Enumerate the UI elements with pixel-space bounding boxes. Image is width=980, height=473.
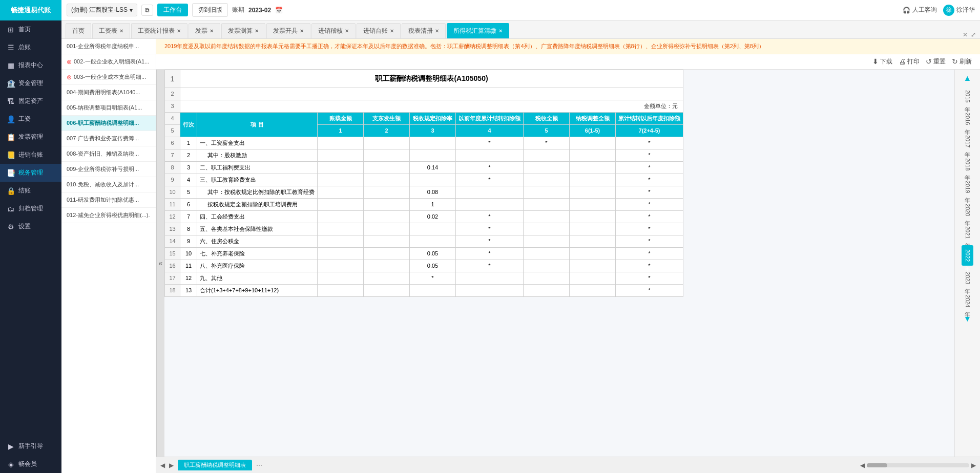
- close-icon[interactable]: ✕: [119, 28, 123, 34]
- tab-invoice-calc[interactable]: 发票测算 ✕: [221, 23, 265, 38]
- tab-invoice[interactable]: 发票 ✕: [189, 23, 220, 38]
- cell-c2[interactable]: [364, 149, 410, 161]
- sheet-tab-active[interactable]: 职工薪酬纳税调整明细表: [178, 460, 252, 470]
- cell-c1[interactable]: [318, 260, 364, 272]
- cell-c5[interactable]: [524, 235, 570, 247]
- sidebar-item-report[interactable]: ▦ 报表中心: [0, 56, 61, 74]
- hscroll-right-btn[interactable]: ▶: [971, 462, 976, 469]
- copy-btn[interactable]: ⧉: [141, 5, 153, 16]
- service-btn[interactable]: 🎧 人工客询: [903, 6, 937, 14]
- form-item-009[interactable]: 009-企业所得税弥补亏损明...: [61, 162, 156, 177]
- cell-c6[interactable]: [570, 137, 616, 149]
- cell-c5[interactable]: [524, 149, 570, 161]
- close-icon[interactable]: ✕: [390, 28, 394, 34]
- cell-c5[interactable]: [524, 272, 570, 284]
- spreadsheet-container[interactable]: 1 职工薪酬纳税调整明细表(A105050) 2 3 金额单位：元: [164, 70, 954, 457]
- year-item-2018[interactable]: 2018年: [962, 154, 973, 175]
- calendar-icon[interactable]: 📅: [275, 7, 283, 14]
- year-item-2015[interactable]: 2015年: [962, 86, 973, 106]
- sidebar-item-archive[interactable]: 🗂 归档管理: [0, 200, 61, 218]
- cell-c3[interactable]: [410, 235, 456, 247]
- sidebar-item-closing[interactable]: 🔒 结账: [0, 182, 61, 200]
- cell-c2[interactable]: [364, 174, 410, 186]
- cell-c2[interactable]: [364, 260, 410, 272]
- year-up-btn[interactable]: ▲: [962, 72, 974, 85]
- cell-c6[interactable]: [570, 149, 616, 161]
- year-item-2024[interactable]: 2024年: [962, 291, 973, 311]
- year-item-2022[interactable]: 2022年: [962, 245, 973, 266]
- cell-c5[interactable]: [524, 198, 570, 210]
- cell-c1[interactable]: [318, 284, 364, 296]
- tab-payroll[interactable]: 工资表 ✕: [92, 23, 130, 38]
- tab-home[interactable]: 首页: [66, 23, 91, 38]
- cell-c1[interactable]: [318, 149, 364, 161]
- download-btn[interactable]: ⬇ 下载: [872, 57, 892, 66]
- cell-c2[interactable]: [364, 137, 410, 149]
- form-item-004[interactable]: 004-期间费用明细表(A1040...: [61, 85, 156, 100]
- cell-c4[interactable]: [456, 149, 524, 161]
- sidebar-item-tax[interactable]: 📑 税务管理: [0, 164, 61, 182]
- cell-c4[interactable]: [456, 272, 524, 284]
- close-icon[interactable]: ✕: [177, 28, 181, 34]
- cell-c4[interactable]: [456, 198, 524, 210]
- company-selector[interactable]: (勿删) 江西股宝-LSS ▾: [67, 4, 137, 16]
- cell-c5[interactable]: [524, 284, 570, 296]
- year-down-btn[interactable]: ▼: [962, 312, 974, 326]
- refresh-btn[interactable]: ↻ 刷新: [952, 57, 972, 66]
- cell-c1[interactable]: [318, 235, 364, 247]
- cell-c6[interactable]: [570, 223, 616, 235]
- cell-c1[interactable]: [318, 137, 364, 149]
- workbench-btn[interactable]: 工作台: [157, 4, 188, 16]
- tab-tax-clearance[interactable]: 所得税汇算清缴 ✕: [447, 23, 509, 38]
- cell-c5[interactable]: [524, 161, 570, 174]
- form-item-005[interactable]: 005-纳税调整项目明细表(A1...: [61, 100, 156, 116]
- form-item-010[interactable]: 010-免税、减收收入及加计...: [61, 177, 156, 192]
- form-item-011[interactable]: 011-研发费用加计扣除优惠...: [61, 192, 156, 208]
- cell-c1[interactable]: [318, 186, 364, 198]
- cell-c5[interactable]: [524, 210, 570, 223]
- tab-invoice-issue[interactable]: 发票开具 ✕: [266, 23, 310, 38]
- year-item-2021[interactable]: 2021年: [962, 222, 973, 243]
- cell-c5[interactable]: [524, 174, 570, 186]
- user-menu[interactable]: 徐 徐泽华: [943, 5, 975, 16]
- close-icon[interactable]: ✕: [345, 28, 349, 34]
- cell-c3[interactable]: [410, 284, 456, 296]
- close-all-icon[interactable]: ✕: [963, 31, 968, 38]
- cell-c2[interactable]: [364, 247, 410, 260]
- reset-btn[interactable]: ↺ 重置: [926, 57, 946, 66]
- switch-old-btn[interactable]: 切到旧版: [192, 3, 228, 17]
- form-item-007[interactable]: 007-广告费和业务宣传费筹...: [61, 131, 156, 146]
- close-icon[interactable]: ✕: [498, 28, 503, 34]
- cell-c2[interactable]: [364, 198, 410, 210]
- cell-c3[interactable]: [410, 174, 456, 186]
- cell-c2[interactable]: [364, 272, 410, 284]
- collapse-btn[interactable]: «: [156, 70, 164, 457]
- cell-c2[interactable]: [364, 223, 410, 235]
- tab-payroll-stats[interactable]: 工资统计报表 ✕: [131, 23, 187, 38]
- cell-c2[interactable]: [364, 235, 410, 247]
- cell-c5[interactable]: [524, 223, 570, 235]
- cell-c4[interactable]: [456, 186, 524, 198]
- print-btn[interactable]: 🖨 打印: [899, 57, 920, 66]
- tab-sales[interactable]: 进销台账 ✕: [357, 23, 401, 38]
- form-item-006[interactable]: 006-职工薪酬纳税调整明细...: [61, 116, 156, 131]
- cell-c4[interactable]: [456, 284, 524, 296]
- cell-c3[interactable]: [410, 137, 456, 149]
- form-item-008[interactable]: 008-资产折旧、摊销及纳税...: [61, 146, 156, 162]
- cell-c1[interactable]: [318, 223, 364, 235]
- sidebar-item-home[interactable]: ⊞ 首页: [0, 20, 61, 38]
- sidebar-item-fixed-assets[interactable]: 🏗 固定资产: [0, 92, 61, 110]
- cell-c6[interactable]: [570, 260, 616, 272]
- cell-c6[interactable]: [570, 198, 616, 210]
- cell-c2[interactable]: [364, 210, 410, 223]
- sidebar-item-assets[interactable]: 🏦 资金管理: [0, 74, 61, 92]
- sidebar-item-sales-ledger[interactable]: 📒 进销台账: [0, 146, 61, 164]
- cell-c1[interactable]: [318, 198, 364, 210]
- cell-c6[interactable]: [570, 174, 616, 186]
- next-sheet-btn[interactable]: ▶: [169, 462, 174, 469]
- cell-c6[interactable]: [570, 161, 616, 174]
- year-item-2016[interactable]: 2016年: [962, 109, 973, 129]
- cell-c3[interactable]: [410, 149, 456, 161]
- cell-c1[interactable]: [318, 272, 364, 284]
- cell-c6[interactable]: [570, 247, 616, 260]
